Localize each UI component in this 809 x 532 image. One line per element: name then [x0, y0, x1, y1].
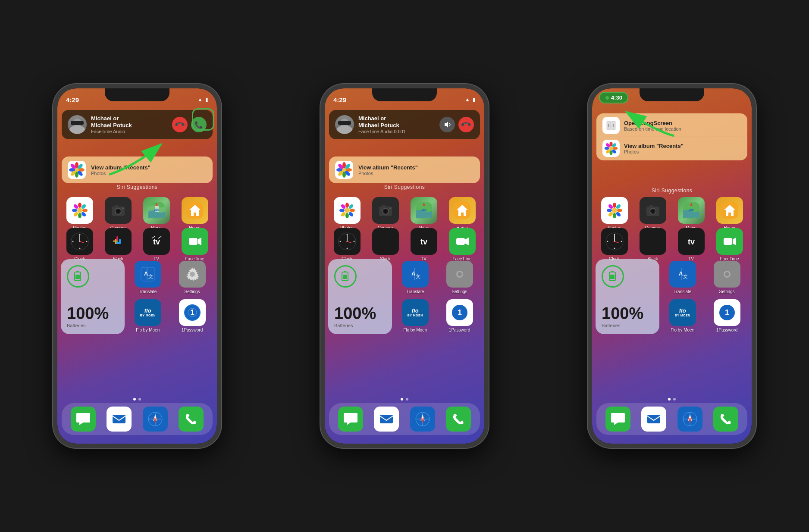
svg-point-134 [605, 147, 609, 150]
dock-2 [329, 403, 480, 435]
phone-screen-1: 4:29 ▲ ▮ Michael orMichael Potuck FaceTi… [57, 88, 217, 444]
wifi-icon-2: ▲ [465, 97, 470, 103]
app-slack-3[interactable]: Slack [634, 226, 671, 263]
app-settings-1[interactable]: Settings [171, 259, 213, 296]
battery-label-1: Batteries [67, 323, 119, 328]
app-clock-2[interactable]: Clock [328, 226, 366, 263]
svg-point-24 [122, 207, 124, 209]
dock-messages-1[interactable] [71, 407, 96, 432]
siri-photos-item-3[interactable]: View album "Recents" Photos [602, 140, 741, 157]
siri-photos-icon-2 [335, 161, 353, 179]
app-tv-1[interactable]: tv TV [138, 226, 175, 263]
app-1password-2[interactable]: 11Password [438, 297, 481, 334]
svg-point-135 [613, 147, 618, 150]
app-translate-3[interactable]: A文Translate [661, 259, 704, 296]
call-banner-2[interactable]: Michael orMichael Potuck FaceTime Audio … [329, 110, 480, 139]
app-row-2-phone1: Clock [61, 226, 213, 263]
app-slack-2[interactable]: Slack [367, 226, 404, 263]
app-slack-1[interactable]: Slack [99, 226, 137, 263]
dock-messages-3[interactable] [605, 407, 630, 432]
svg-point-162 [614, 234, 615, 235]
phone-2: 4:29 ▲ ▮ Michael orMichael Potuck FaceTi… [271, 3, 538, 529]
app-facetime-1[interactable]: FaceTime [176, 226, 213, 263]
siri-2items-banner-3[interactable]: Open LongScreen Based on time and locati… [596, 113, 747, 160]
svg-rect-152 [649, 205, 653, 207]
svg-rect-49 [75, 275, 80, 279]
dock-mail-3[interactable] [641, 407, 666, 432]
dock-safari-2[interactable] [410, 407, 435, 432]
svg-point-13 [72, 209, 77, 212]
longscreen-icon-3 [602, 117, 620, 134]
app-translate-1[interactable]: A 文 Translate [126, 259, 169, 296]
dock-mail-1[interactable] [107, 407, 132, 432]
siri-subtitle-1: Photos [91, 171, 207, 176]
svg-point-79 [350, 209, 355, 212]
battery-widget-1[interactable]: 100% Batteries [61, 259, 125, 334]
dock-messages-2[interactable] [338, 407, 363, 432]
dot-1-inactive [138, 398, 141, 401]
call-info-1: Michael orMichael Potuck FaceTime Audio [91, 115, 168, 134]
siri-banner-2[interactable]: View album "Recents" Photos [329, 156, 480, 183]
app-1password-label-1: 1Password [182, 328, 203, 332]
decline-icon-2: 📞 [460, 119, 472, 131]
app-settings-2[interactable]: Settings [438, 259, 481, 296]
svg-rect-110 [344, 271, 346, 272]
widget-area-2: 100%Batteries A文Translate Settings floBY… [328, 259, 481, 334]
accept-button-1[interactable]: 📞 [191, 117, 207, 132]
svg-point-131 [609, 147, 613, 150]
svg-text:1: 1 [725, 308, 729, 317]
app-flo-1[interactable]: flo BY MOEN Flo by Moen [126, 297, 169, 334]
dock-safari-1[interactable] [143, 407, 168, 432]
widget-area-1: 100% Batteries A 文 Translate [61, 259, 213, 334]
green-pill-3[interactable]: 4:30 [599, 92, 628, 103]
app-flo-3[interactable]: floBY MOENFlo by Moen [661, 297, 704, 334]
call-buttons-2: 📞 [439, 117, 474, 132]
battery-widget-3[interactable]: 100%Batteries [596, 259, 659, 334]
app-translate-2[interactable]: A文Translate [394, 259, 436, 296]
accept-icon-1: 📞 [194, 121, 203, 129]
status-icons-1: ▲ ▮ [198, 97, 208, 103]
app-1password-1[interactable]: 1 1Password [171, 297, 213, 334]
dock-phone-2[interactable] [446, 407, 471, 432]
app-facetime-2[interactable]: FaceTime [443, 226, 481, 263]
wifi-icon-1: ▲ [198, 97, 203, 103]
app-settings-3[interactable]: Settings [706, 259, 748, 296]
svg-rect-107 [456, 238, 465, 245]
battery-circle-1 [67, 265, 89, 288]
app-flo-label-1: Flo by Moen [136, 328, 160, 332]
dock-safari-3[interactable] [677, 407, 702, 432]
battery-icon-1: ▮ [205, 97, 208, 103]
siri-longscreen-info-3: Open LongScreen Based on time and locati… [624, 120, 741, 131]
battery-widget-2[interactable]: 100%Batteries [328, 259, 392, 334]
svg-point-55 [190, 272, 195, 277]
sound-button-2[interactable] [439, 117, 455, 132]
dock-mail-2[interactable] [374, 407, 399, 432]
siri-longscreen-title-3: Open LongScreen [624, 120, 741, 126]
svg-rect-119 [380, 415, 393, 423]
app-clock-3[interactable]: Clock [596, 226, 633, 263]
svg-point-164 [607, 241, 608, 242]
siri-title-2: View album "Recents" [358, 164, 474, 171]
siri-banner-1[interactable]: View album "Recents" Photos [62, 156, 213, 183]
dock-phone-3[interactable] [713, 407, 738, 432]
siri-info-2: View album "Recents" Photos [358, 164, 474, 176]
siri-longscreen-item-3[interactable]: Open LongScreen Based on time and locati… [602, 117, 741, 134]
app-tv-3[interactable]: tvTV [672, 226, 710, 263]
svg-text:1: 1 [190, 308, 194, 317]
widget-area-3: 100%Batteries A文Translate Settings floBY… [596, 259, 748, 334]
call-banner-1[interactable]: Michael orMichael Potuck FaceTime Audio … [62, 110, 213, 139]
svg-text:tv: tv [420, 238, 427, 246]
app-settings-label-1: Settings [184, 289, 200, 294]
siri-label-3: Siri Suggestions [592, 188, 752, 194]
decline-button-2[interactable]: 📞 [458, 117, 474, 132]
app-facetime-3[interactable]: FaceTime [711, 226, 748, 263]
app-tv-2[interactable]: tvTV [405, 226, 442, 263]
app-1password-3[interactable]: 11Password [706, 297, 748, 334]
dock-phone-1[interactable] [179, 407, 204, 432]
decline-button-1[interactable]: 📞 [172, 117, 188, 132]
app-clock-1[interactable]: Clock [61, 226, 98, 263]
svg-text:文: 文 [683, 274, 688, 279]
app-flo-2[interactable]: floBY MOENFlo by Moen [394, 297, 436, 334]
dot-1-active [133, 398, 136, 401]
svg-rect-173 [611, 271, 614, 272]
